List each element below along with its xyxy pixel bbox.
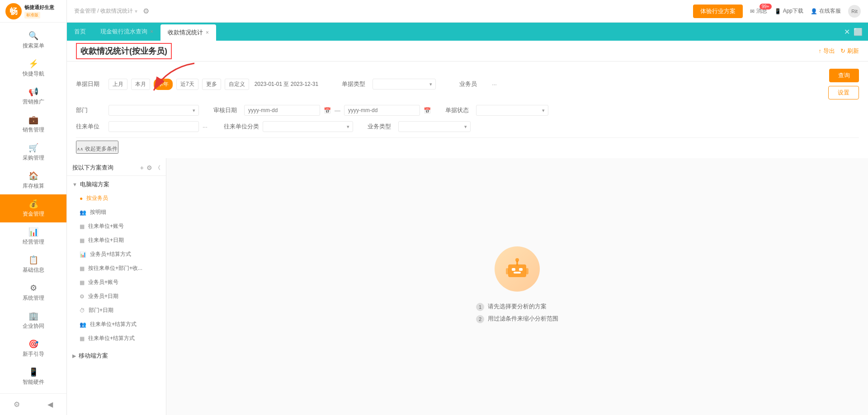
refresh-btn[interactable]: ↻ 刷新 bbox=[840, 47, 859, 55]
sidebar-item-finance[interactable]: 💰 资金管理 bbox=[0, 194, 66, 222]
main-area: 资金管理 / 收款情况统计 ▾ ⚙ 体验行业方案 ✉ 消息 99+ 📱 App下… bbox=[67, 0, 868, 415]
panel-add-btn[interactable]: + bbox=[140, 164, 144, 171]
app-download-link[interactable]: 📱 App下载 bbox=[774, 7, 803, 15]
search-menu-icon: 🔍 bbox=[28, 31, 38, 41]
tab-home[interactable]: 首页 bbox=[67, 23, 93, 41]
calendar-icon-to[interactable]: 📅 bbox=[424, 107, 431, 114]
left-panel-header: 按以下方案查询 + ⚙ 《 bbox=[67, 158, 166, 176]
logo-area: 畅 畅捷通好生意 标准版 bbox=[0, 0, 66, 23]
schema-item-partner-settle1[interactable]: 👥 往来单位+结算方式 bbox=[67, 317, 166, 331]
sidebar-collapse-icon[interactable]: ◀ bbox=[45, 397, 56, 411]
sidebar-item-sales[interactable]: 💼 销售管理 bbox=[0, 110, 66, 138]
svg-rect-2 bbox=[519, 268, 523, 271]
sidebar-item-guide[interactable]: 🎯 新手引导 bbox=[0, 335, 66, 363]
sidebar-item-system[interactable]: ⚙ 系统管理 bbox=[0, 278, 66, 307]
sidebar-item-marketing[interactable]: 📢 营销推广 bbox=[0, 82, 66, 110]
date-btn-this-year[interactable]: 本年 bbox=[154, 79, 173, 90]
partner-more-icon[interactable]: ··· bbox=[201, 123, 209, 130]
date-label: 单据日期 bbox=[76, 80, 103, 88]
tab-bank-flow[interactable]: 现金银行流水查询 × bbox=[93, 23, 160, 41]
item-icon-8: ⏱ bbox=[80, 307, 85, 314]
tab-bank-flow-close[interactable]: × bbox=[150, 28, 153, 35]
schema-item-salesperson-date[interactable]: ⚙ 业务员+日期 bbox=[67, 289, 166, 303]
sidebar-item-label: 资金管理 bbox=[23, 210, 44, 218]
tab-collection-stats-close[interactable]: × bbox=[206, 29, 209, 36]
schema-group-pc-label: 电脑端方案 bbox=[80, 180, 109, 189]
schema-item-by-detail[interactable]: 👥 按明细 bbox=[67, 205, 166, 219]
schema-group-pc-header[interactable]: ▼ 电脑端方案 bbox=[67, 178, 166, 191]
refresh-icon: ↻ bbox=[840, 47, 845, 54]
user-avatar[interactable]: Rit bbox=[848, 5, 861, 18]
settings-btn[interactable]: 设置 bbox=[828, 86, 859, 99]
export-btn[interactable]: ↑ 导出 bbox=[819, 47, 835, 55]
sidebar-item-search-menu[interactable]: 🔍 搜索菜单 bbox=[0, 26, 66, 54]
tab-collection-stats[interactable]: 收款情况统计 × bbox=[160, 24, 216, 41]
message-btn[interactable]: ✉ 消息 99+ bbox=[750, 7, 767, 15]
schema-item-by-salesperson[interactable]: ● 按业务员 bbox=[67, 191, 166, 205]
operation-icon: 📊 bbox=[28, 227, 38, 237]
active-item-icon: ● bbox=[80, 195, 83, 202]
partner-category-select-wrapper bbox=[263, 121, 353, 132]
schema-item-partner-date[interactable]: ▦ 往来单位+日期 bbox=[67, 233, 166, 247]
schema-item-dept-date[interactable]: ⏱ 部门+日期 bbox=[67, 303, 166, 317]
schema-item-partner-settle2[interactable]: ▦ 往来单位+结算方式 bbox=[67, 331, 166, 345]
salesperson-more-icon[interactable]: ··· bbox=[490, 81, 499, 88]
date-btn-this-month[interactable]: 本月 bbox=[131, 79, 150, 90]
schema-item-partner-account[interactable]: ▦ 往来单位+账号 bbox=[67, 219, 166, 233]
empty-step-2: 2 用过滤条件来缩小分析范围 bbox=[476, 315, 558, 323]
sidebar-item-label: 系统管理 bbox=[23, 294, 44, 302]
sidebar-item-label: 营销推广 bbox=[23, 98, 44, 106]
filter-section: 单据日期 上月 本月 本年 近7天 更多 自定义 2023-01-01 至 20… bbox=[67, 61, 868, 158]
schema-item-salesperson-account[interactable]: ▦ 业务员+账号 bbox=[67, 275, 166, 289]
date-btn-7days[interactable]: 近7天 bbox=[176, 79, 198, 90]
schema-item-partner-dept-collect[interactable]: ▦ 按往来单位+部门+收... bbox=[67, 261, 166, 275]
date-separator: — bbox=[335, 107, 340, 114]
doc-status-select[interactable] bbox=[476, 105, 548, 116]
sidebar-item-label: 搜索菜单 bbox=[23, 42, 44, 50]
date-btn-more[interactable]: 更多 bbox=[202, 79, 221, 90]
dept-select-wrapper bbox=[108, 105, 199, 116]
schema-group-mobile-header[interactable]: ▶ 移动端方案 bbox=[67, 349, 166, 363]
sidebar-item-inventory[interactable]: 🏠 库存核算 bbox=[0, 166, 66, 194]
sales-icon: 💼 bbox=[28, 115, 38, 125]
schema-item-salesperson-settle[interactable]: 📊 业务员+结算方式 bbox=[67, 247, 166, 261]
sidebar-item-quick-nav[interactable]: ⚡ 快捷导航 bbox=[0, 54, 66, 82]
doc-type-select[interactable] bbox=[373, 79, 436, 90]
action-col: 查询 设置 bbox=[828, 69, 859, 99]
biz-type-select[interactable] bbox=[398, 121, 471, 132]
review-date-to-input[interactable] bbox=[344, 105, 420, 116]
sidebar-item-label: 采购管理 bbox=[23, 154, 44, 162]
filter-row-date: 单据日期 上月 本月 本年 近7天 更多 自定义 2023-01-01 至 20… bbox=[76, 69, 859, 99]
logo-icon: 畅 bbox=[5, 3, 22, 19]
partner-category-select[interactable] bbox=[263, 121, 353, 132]
calendar-icon-from[interactable]: 📅 bbox=[324, 107, 331, 114]
panel-collapse-btn[interactable]: 《 bbox=[155, 164, 160, 172]
sidebar-item-operation[interactable]: 📊 经营管理 bbox=[0, 222, 66, 250]
sidebar-settings-icon[interactable]: ⚙ bbox=[11, 397, 23, 411]
item-icon-6: ▦ bbox=[80, 279, 85, 286]
item-icon-5: ▦ bbox=[80, 265, 85, 272]
sidebar-item-smart-hw[interactable]: 📱 智能硬件 bbox=[0, 363, 66, 391]
doc-type-label: 单据类型 bbox=[342, 80, 369, 88]
sidebar-item-base-info[interactable]: 📋 基础信息 bbox=[0, 250, 66, 278]
query-btn[interactable]: 查询 bbox=[829, 69, 859, 82]
date-btn-custom[interactable]: 自定义 bbox=[225, 79, 249, 90]
partner-input[interactable] bbox=[108, 121, 199, 132]
collapse-btn[interactable]: ∧∧ 收起更多条件 bbox=[76, 141, 118, 154]
window-close-icon[interactable]: ✕ bbox=[844, 28, 850, 36]
smart-hw-icon: 📱 bbox=[28, 367, 38, 377]
topbar-settings-icon[interactable]: ⚙ bbox=[143, 7, 149, 15]
sidebar-item-enterprise[interactable]: 🏢 企业协同 bbox=[0, 307, 66, 335]
trial-btn[interactable]: 体验行业方案 bbox=[693, 5, 743, 18]
finance-icon: 💰 bbox=[28, 199, 38, 209]
purchase-icon: 🛒 bbox=[28, 143, 38, 153]
panel-settings-btn[interactable]: ⚙ bbox=[146, 164, 152, 171]
review-date-from-input[interactable] bbox=[244, 105, 320, 116]
page-title: 收款情况统计(按业务员) bbox=[76, 43, 172, 59]
window-maximize-icon[interactable]: ⬜ bbox=[854, 28, 863, 36]
sidebar-item-purchase[interactable]: 🛒 采购管理 bbox=[0, 138, 66, 166]
dept-select[interactable] bbox=[108, 105, 199, 116]
sidebar-nav: 🔍 搜索菜单 ⚡ 快捷导航 📢 营销推广 💼 销售管理 🛒 采购管理 🏠 库存核… bbox=[0, 23, 66, 393]
date-btn-last-month[interactable]: 上月 bbox=[108, 79, 127, 90]
online-service-link[interactable]: 👤 在线客服 bbox=[811, 7, 841, 15]
